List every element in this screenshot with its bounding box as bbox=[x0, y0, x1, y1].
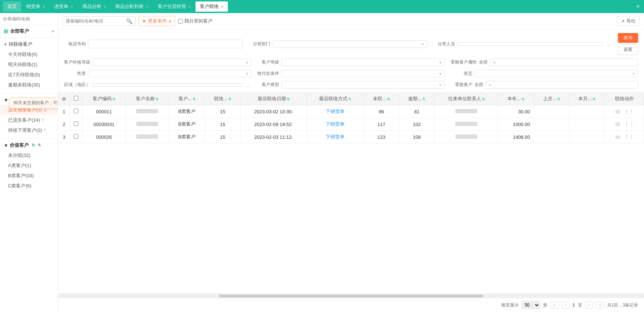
scroll-thumb[interactable] bbox=[219, 295, 483, 297]
last-date-sort-icon[interactable]: ⇅ bbox=[287, 97, 290, 101]
prev-page-button[interactable]: < bbox=[562, 301, 569, 309]
purchase-tab-close[interactable]: × bbox=[71, 4, 73, 9]
query-button[interactable]: 查询 bbox=[618, 33, 638, 43]
sidebar-item-week-pending[interactable]: 近7天待联络(0) bbox=[0, 70, 58, 80]
customer-level-select[interactable]: ∨ bbox=[281, 58, 445, 66]
close-all-button[interactable]: × bbox=[635, 2, 641, 11]
customer-seg-tab-label: 客户分层经营 bbox=[158, 3, 186, 10]
sidebar-all-label: 全部客户 bbox=[10, 28, 29, 35]
more-action-icon[interactable]: ⋮⋮ bbox=[624, 109, 634, 114]
sidebar-item-a-class[interactable]: A类客户(1) bbox=[0, 161, 58, 171]
zero-attr-select[interactable]: ∨ bbox=[490, 58, 638, 66]
row-overdue: 81 bbox=[399, 105, 434, 118]
per-page-select[interactable]: 50 100 200 bbox=[522, 301, 540, 309]
customer-type-select[interactable]: ∨ bbox=[281, 81, 445, 89]
refresh-icon[interactable]: ↻ bbox=[32, 143, 35, 148]
type-sort-icon[interactable]: ⇅ bbox=[193, 97, 196, 101]
tab-customer-link[interactable]: 客户联络 × bbox=[196, 1, 228, 12]
row-last-method[interactable]: 下销货单 bbox=[307, 118, 364, 131]
phone-input[interactable] bbox=[88, 40, 243, 48]
col-settings[interactable]: ⚙ bbox=[58, 93, 70, 105]
zero-attr-arrow-icon: ∨ bbox=[493, 60, 496, 64]
row-checkbox[interactable] bbox=[74, 109, 79, 113]
sidebar-item-ungrouped[interactable]: 未分组(32) bbox=[0, 150, 58, 161]
sales-tab-close[interactable]: × bbox=[43, 4, 45, 9]
contact-sort-icon[interactable]: ⇅ bbox=[228, 97, 231, 101]
sidebar-item-c-class[interactable]: C类客户(6) bbox=[0, 181, 58, 191]
analysis-list-tab-close[interactable]: × bbox=[146, 4, 148, 9]
tab-purchase[interactable]: 进货单 × bbox=[50, 1, 77, 12]
sidebar-item-lost-customers[interactable]: 已流失客户(24) ? bbox=[0, 115, 58, 125]
no-contact-sort-icon[interactable]: ⇅ bbox=[387, 97, 390, 101]
row-code: 000011 bbox=[82, 105, 126, 118]
last-method-sort-icon[interactable]: ⇅ bbox=[348, 97, 351, 101]
next-page-button[interactable]: > bbox=[585, 301, 593, 309]
price-level-select[interactable]: ∨ bbox=[92, 58, 251, 66]
filter-search-icon[interactable]: 🔍 bbox=[126, 18, 132, 24]
payment-select[interactable]: ∨ bbox=[281, 70, 445, 77]
filter-dept-field: 分管部门 ∨ bbox=[249, 40, 427, 48]
edit-icon[interactable]: ✎ bbox=[37, 143, 41, 148]
customer-link-tab-close[interactable]: × bbox=[221, 4, 223, 9]
customer-seg-tab-close[interactable]: × bbox=[188, 4, 190, 9]
export-button[interactable]: ↗ 导出 bbox=[617, 16, 640, 26]
filter-my-customers[interactable]: 我分管的客户 bbox=[178, 18, 213, 24]
code-sort-icon[interactable]: ⇅ bbox=[112, 97, 115, 101]
data-table: ⚙ 客户编码⇅ 客户名称⇅ 客户...⇅ 联络...⇅ 最后联络日期⇅ 最后联络… bbox=[58, 93, 644, 143]
unit-contact-sort-icon[interactable]: ⇅ bbox=[482, 97, 485, 101]
nature-select[interactable]: ∨ bbox=[88, 70, 251, 77]
tab-sales[interactable]: 销货单 × bbox=[22, 1, 49, 12]
sidebar-value-header[interactable]: ▼ 价值客户 ↻ ✎ bbox=[0, 140, 58, 150]
status-select[interactable]: ∨ bbox=[475, 70, 638, 77]
more-action-icon[interactable]: ⋮⋮ bbox=[624, 121, 634, 127]
tab-customer-seg[interactable]: 客户分层经营 × bbox=[153, 1, 195, 12]
this-month-sort-icon[interactable]: ⇅ bbox=[592, 97, 595, 101]
area-select[interactable] bbox=[92, 83, 243, 87]
name-sort-icon[interactable]: ⇅ bbox=[156, 97, 158, 101]
horizontal-scrollbar[interactable] bbox=[58, 293, 644, 298]
sidebar-pending-header[interactable]: ▼ 待联络客户 bbox=[0, 39, 58, 49]
lost-customers-label: 已流失客户(24) bbox=[8, 117, 40, 123]
sidebar-all-customers[interactable]: ⊞ 全部客户 « bbox=[0, 25, 58, 38]
this-year-sort-icon[interactable]: ⇅ bbox=[522, 97, 524, 101]
overdue-sort-icon[interactable]: ⇅ bbox=[422, 97, 425, 101]
more-action-icon[interactable]: ⋮⋮ bbox=[624, 134, 634, 140]
manager-select[interactable] bbox=[457, 42, 603, 46]
filter-nature-field: 性质 ∨ bbox=[64, 70, 251, 77]
col-name-label: 客户名称 bbox=[136, 96, 155, 101]
collapse-icon[interactable]: « bbox=[52, 29, 54, 34]
tab-analysis-list[interactable]: 商品分析列表 × bbox=[111, 1, 152, 12]
contact-action-icon[interactable]: ☏ bbox=[615, 134, 621, 140]
contact-action-icon[interactable]: ☏ bbox=[615, 121, 621, 127]
sidebar-item-overdue-pending[interactable]: 逾期未联络(30) bbox=[0, 80, 58, 90]
row-checkbox[interactable] bbox=[74, 134, 79, 139]
row-action-cell: ☏ ⋮⋮ bbox=[605, 131, 644, 143]
last-page-button[interactable]: >| bbox=[596, 301, 604, 309]
col-checkbox[interactable] bbox=[70, 93, 82, 105]
sidebar-item-declining-customers[interactable]: 持续下滑客户(2) ? bbox=[0, 125, 58, 135]
row-last-method[interactable]: 下销货单 bbox=[307, 105, 364, 118]
filter-more-button[interactable]: ▼ 更多条件 ∧ bbox=[138, 16, 175, 26]
row-checkbox[interactable] bbox=[74, 121, 79, 126]
area-more-icon[interactable]: … bbox=[245, 81, 251, 89]
tab-home[interactable]: 首页 bbox=[3, 1, 21, 12]
first-page-button[interactable]: |< bbox=[550, 301, 559, 309]
sidebar-item-tomorrow-pending[interactable]: 明天待联络(1) bbox=[0, 60, 58, 70]
manager-more-icon[interactable]: … bbox=[605, 40, 612, 48]
dept-select[interactable]: ∨ bbox=[273, 40, 427, 48]
row-last-method[interactable]: 下销货单 bbox=[307, 131, 364, 143]
filter-search-input[interactable] bbox=[66, 19, 124, 24]
sidebar-item-b-class[interactable]: B类客户(33) bbox=[0, 171, 58, 181]
analysis-tab-close[interactable]: × bbox=[104, 4, 106, 9]
sidebar-search-input[interactable] bbox=[3, 16, 57, 21]
last-month-sort-icon[interactable]: ⇅ bbox=[557, 97, 560, 101]
sidebar-item-today-pending[interactable]: 今天待联络(0) bbox=[0, 49, 58, 60]
select-all-checkbox[interactable] bbox=[74, 96, 79, 101]
settings-button[interactable]: 设置 bbox=[618, 44, 638, 55]
filter-manager-field: 分管人员 … bbox=[433, 40, 612, 48]
sidebar-search-area: 🔍 bbox=[0, 13, 58, 25]
contact-action-icon[interactable]: ☏ bbox=[615, 109, 621, 114]
tab-analysis[interactable]: 商品分析 × bbox=[78, 1, 110, 12]
my-customers-checkbox[interactable] bbox=[178, 19, 183, 24]
zero-customer-select[interactable]: ∨ bbox=[486, 81, 638, 89]
